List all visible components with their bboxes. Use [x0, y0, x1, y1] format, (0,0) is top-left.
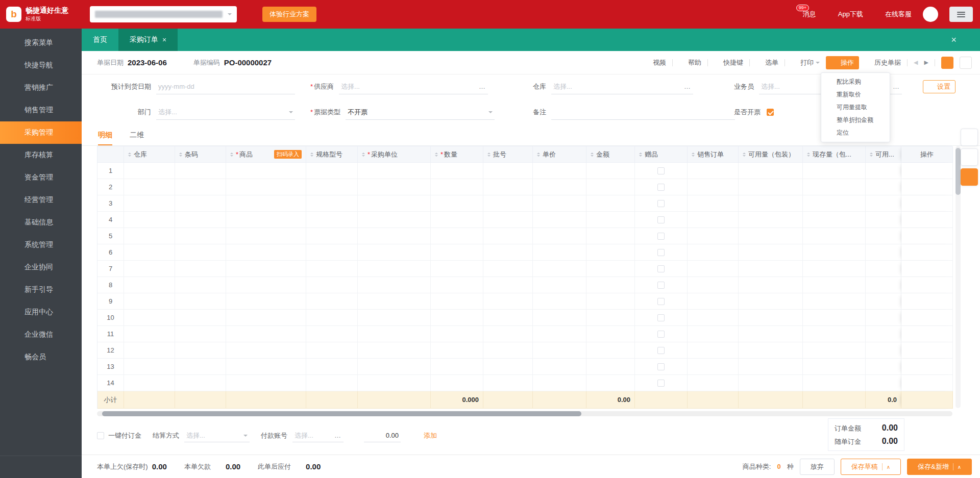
- column-header-可用量（包装）[interactable]: 可用量（包装）: [739, 146, 803, 163]
- cell-批号[interactable]: [483, 293, 533, 310]
- sidebar-item-11[interactable]: M4.4 2.6v11M4.4 3.4h7.4L10 5.9l1.8 2.5H4…: [0, 279, 82, 301]
- cell-批号[interactable]: [483, 228, 533, 244]
- sort-icon[interactable]: [591, 153, 594, 157]
- copy-row-icon[interactable]: M5.8 5.4h6.8v8H5.8zM3.6 10.6V2.8h6.8: [930, 314, 938, 321]
- delete-row-icon[interactable]: M3 4.6h10M6.4 4.6V3h3.2v1.6M4.4 4.6L5 13…: [916, 183, 924, 191]
- column-header-商品[interactable]: *商品扫码录入: [226, 146, 306, 163]
- sidebar-item-8[interactable]: M3.8 2.6H10l2.2 2.2v8.6H3.8zM5.8 6.6h4.4…: [0, 211, 82, 234]
- trial-solution-button[interactable]: 体验行业方案: [262, 7, 316, 22]
- cell-规格型号[interactable]: [306, 293, 358, 310]
- column-header-赠品[interactable]: 赠品: [635, 146, 688, 163]
- add-payment-button[interactable]: M2.2 8a5.8 5.8 0 1 0 11.6 0a5.8 5.8 0 1 …: [414, 431, 437, 440]
- settings-button[interactable]: M5.7 8a2.3 2.3 0 1 0 4.6 0a2.3 2.3 0 1 0…: [923, 80, 955, 93]
- cell-可用...[interactable]: [866, 212, 901, 228]
- gift-checkbox[interactable]: [657, 282, 665, 289]
- cell-现存量（包...[interactable]: [803, 310, 866, 326]
- cell-可用...[interactable]: [866, 261, 901, 277]
- topbar-settings-icon[interactable]: M5.7 8a2.3 2.3 0 1 0 4.6 0a2.3 2.3 0 1 0…: [245, 10, 254, 19]
- cell-销售订单[interactable]: [688, 195, 739, 212]
- cell-销售订单[interactable]: [688, 163, 739, 179]
- cell-数量[interactable]: [431, 179, 483, 195]
- cell-仓库[interactable]: [124, 359, 175, 375]
- cell-批号[interactable]: [483, 179, 533, 195]
- cell-可用...[interactable]: [866, 310, 901, 326]
- cell-销售订单[interactable]: [688, 212, 739, 228]
- copy-row-icon[interactable]: M5.8 5.4h6.8v8H5.8zM3.6 10.6V2.8h6.8: [930, 265, 938, 272]
- gift-checkbox[interactable]: [657, 184, 665, 191]
- messages-button[interactable]: 99+ M2.8 4h10.4v6.8H8.2L5.6 13v-2.2H2.8z…: [792, 10, 816, 19]
- copy-row-icon[interactable]: M5.8 5.4h6.8v8H5.8zM3.6 10.6V2.8h6.8: [930, 363, 938, 370]
- cell-现存量（包...[interactable]: [803, 261, 866, 277]
- cell-金额[interactable]: [586, 375, 635, 391]
- sidebar-item-5[interactable]: M2.8 5L8 2.4 13.2 5v6L8 13.6 2.8 11zM2.8…: [0, 144, 82, 166]
- cell-可用量（包装）[interactable]: [739, 277, 803, 293]
- more-options-icon[interactable]: [479, 83, 486, 90]
- column-header-条码[interactable]: 条码: [175, 146, 226, 163]
- gift-checkbox[interactable]: [657, 298, 665, 305]
- cell-批号[interactable]: [483, 326, 533, 342]
- column-header-销售订单[interactable]: 销售订单: [688, 146, 739, 163]
- cell-采购单位[interactable]: [358, 163, 431, 179]
- cell-采购单位[interactable]: [358, 195, 431, 212]
- cell-仓库[interactable]: [124, 375, 175, 391]
- cell-批号[interactable]: [483, 212, 533, 228]
- app-download-button[interactable]: M5.4 2.4h5.2v11.2H5.4zM7.4 11.6h1.2 App下…: [827, 10, 863, 19]
- gift-checkbox[interactable]: [657, 363, 665, 370]
- column-header-settings[interactable]: M5.7 8a2.3 2.3 0 1 0 4.6 0a2.3 2.3 0 1 0…: [97, 146, 124, 163]
- cell-可用量（包装）[interactable]: [739, 310, 803, 326]
- cell-可用量（包装）[interactable]: [739, 359, 803, 375]
- cell-销售订单[interactable]: [688, 342, 739, 359]
- user-avatar[interactable]: M5.7 5.2a2.3 2.3 0 1 0 4.6 0a2.3 2.3 0 1…: [923, 7, 938, 22]
- question-circle-icon[interactable]: M2.2 8a5.8 5.8 0 1 0 11.6 0a5.8 5.8 0 1 …: [295, 463, 302, 470]
- cell-金额[interactable]: [586, 293, 635, 310]
- expected-date-input[interactable]: yyyy-mm-dd M2.8 4.4h10.4v9H2.8zM2.8 7h10…: [156, 79, 295, 94]
- cell-数量[interactable]: [431, 261, 483, 277]
- cell-销售订单[interactable]: [688, 359, 739, 375]
- cell-商品[interactable]: [226, 310, 306, 326]
- sort-icon[interactable]: [230, 153, 233, 157]
- copy-row-icon[interactable]: M5.8 5.4h6.8v8H5.8zM3.6 10.6V2.8h6.8: [930, 281, 938, 289]
- column-header-数量[interactable]: *数量: [431, 146, 483, 163]
- cell-单价[interactable]: [533, 277, 586, 293]
- prev-doc-arrow[interactable]: [914, 59, 918, 66]
- cell-单价[interactable]: [533, 228, 586, 244]
- cell-现存量（包...[interactable]: [803, 212, 866, 228]
- cell-数量[interactable]: [431, 163, 483, 179]
- cell-采购单位[interactable]: [358, 228, 431, 244]
- cell-现存量（包...[interactable]: [803, 244, 866, 261]
- sidebar-settings-icon[interactable]: M5.7 8a2.3 2.3 0 1 0 4.6 0a2.3 2.3 0 1 0…: [13, 463, 21, 471]
- cell-可用...[interactable]: [866, 228, 901, 244]
- cell-现存量（包...[interactable]: [803, 359, 866, 375]
- cell-采购单位[interactable]: [358, 261, 431, 277]
- cell-仓库[interactable]: [124, 342, 175, 359]
- cell-可用量（包装）[interactable]: [739, 342, 803, 359]
- cell-数量[interactable]: [431, 212, 483, 228]
- remark-input[interactable]: [551, 105, 735, 120]
- cell-现存量（包...[interactable]: [803, 293, 866, 310]
- cell-销售订单[interactable]: [688, 277, 739, 293]
- chevron-up-icon[interactable]: [887, 463, 890, 470]
- cell-单价[interactable]: [533, 244, 586, 261]
- cell-仓库[interactable]: [124, 261, 175, 277]
- delete-row-icon[interactable]: M3 4.6h10M6.4 4.6V3h3.2v1.6M4.4 4.6L5 13…: [916, 281, 924, 289]
- column-header-规格型号[interactable]: 规格型号: [306, 146, 358, 163]
- float-report-button[interactable]: M5.4 3.4H3.6v10.2h8.8V3.4h-1.8M5.4 2.4h5…: [961, 129, 978, 146]
- cell-条码[interactable]: [175, 261, 226, 277]
- gift-checkbox[interactable]: [657, 200, 665, 207]
- close-tab-icon[interactable]: [162, 36, 166, 44]
- copy-row-icon[interactable]: M5.8 5.4h6.8v8H5.8zM3.6 10.6V2.8h6.8: [930, 199, 938, 207]
- abandon-button[interactable]: 放弃: [800, 459, 835, 475]
- cell-数量[interactable]: [431, 359, 483, 375]
- cell-采购单位[interactable]: [358, 293, 431, 310]
- sort-icon[interactable]: [692, 153, 695, 157]
- sort-icon[interactable]: [362, 153, 365, 157]
- cell-数量[interactable]: [431, 293, 483, 310]
- next-doc-arrow[interactable]: [924, 59, 928, 66]
- cell-金额[interactable]: [586, 228, 635, 244]
- cell-仓库[interactable]: [124, 163, 175, 179]
- fullscreen-icon[interactable]: M3 6V3h3M10 3h3v3M13 10v3h-3M6 13H3v-3: [965, 36, 973, 44]
- cell-规格型号[interactable]: [306, 179, 358, 195]
- action-menu-item-0[interactable]: M8 2.4A5.6 5.6 0 1 0 13.6 8H8zM9.8 2.7a5…: [821, 76, 890, 88]
- cell-单价[interactable]: [533, 179, 586, 195]
- cell-数量[interactable]: [431, 228, 483, 244]
